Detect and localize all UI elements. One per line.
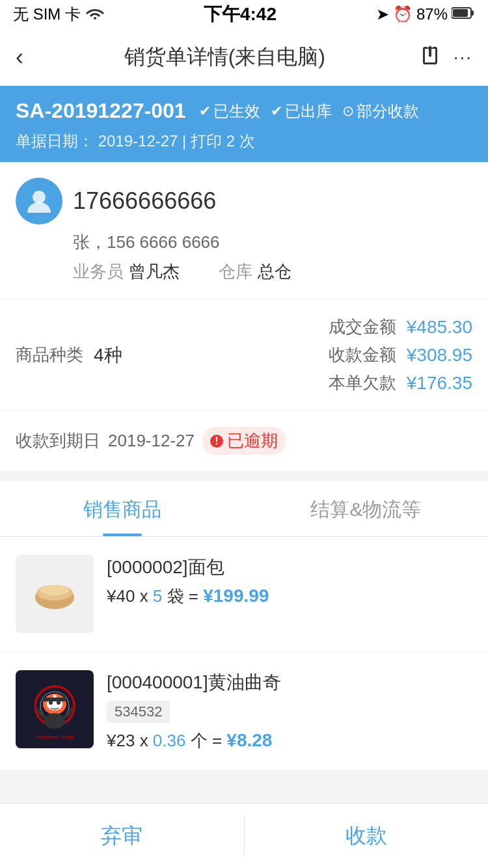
customer-phone: 17666666666 [73,187,216,215]
warehouse-value: 总仓 [258,260,291,283]
salesperson-label: 业务员 [73,260,124,283]
back-button[interactable]: ‹ [16,37,30,77]
due-label: 收款到期日 [16,429,100,452]
customer-section: 17666666666 张，156 6666 6666 业务员 曾凡杰 仓库 总… [0,162,488,299]
banner-date: 单据日期： 2019-12-27 | 打印 2 次 [16,131,472,152]
product-qty-2: 0.36 [153,731,186,750]
svg-text:shadowed whale: shadowed whale [35,734,74,740]
tab-settlement[interactable]: 结算&物流等 [244,481,488,536]
product-name-1: [0000002]面包 [107,555,472,580]
check-icon-1: ✔ [199,103,211,120]
svg-rect-1 [471,10,474,16]
battery-icon [452,5,475,23]
more-icon[interactable]: ··· [454,47,472,68]
tabs: 销售商品 结算&物流等 [0,481,488,537]
product-image-2: shadowed whale [16,670,94,748]
status-left: 无 SIM 卡 [13,4,104,25]
location-icon: ➤ [376,5,389,23]
product-details-1: [0000002]面包 ¥40 x 5 袋 = ¥199.99 [107,555,472,608]
customer-contact: 张，156 6666 6666 [16,231,472,254]
nav-bar: ‹ 销货单详情(来自电脑) ··· [0,29,488,86]
cancel-button[interactable]: 弃审 [0,804,244,868]
bottom-bar: 弃审 收款 [0,803,488,868]
type-count: 4种 [94,343,122,368]
status-bar: 无 SIM 卡 下午4:42 ➤ ⏰ 87% [0,0,488,29]
alarm-icon: ⏰ [393,5,413,23]
svg-point-16 [44,713,65,729]
trans-amount: ¥485.30 [407,317,472,338]
receipt-amount: ¥308.95 [407,345,472,366]
check-icon-2: ✔ [271,103,282,120]
debt-amount: ¥176.35 [407,373,472,394]
svg-point-6 [40,585,69,595]
product-name-2: [000400001]黄油曲奇 [107,670,472,695]
page-title: 销货单详情(来自电脑) [30,43,420,72]
salesperson-value: 曾凡杰 [129,260,180,283]
tab-products[interactable]: 销售商品 [0,481,244,536]
overdue-text: 已逾期 [227,429,278,452]
product-item-2: shadowed whale [000400001]黄油曲奇 534532 ¥2… [0,652,488,771]
header-banner: SA-20191227-001 ✔ 已生效 ✔ 已出库 ⊙ 部分收款 单据日期：… [0,86,488,162]
stats-section: 商品种类 4种 成交金额 ¥485.30 收款金额 ¥308.95 本单欠款 ¥… [0,300,488,410]
wifi-icon [86,5,104,23]
badge-partial: ⊙ 部分收款 [342,101,419,122]
product-list: [0000002]面包 ¥40 x 5 袋 = ¥199.99 [0,537,488,771]
status-time: 下午4:42 [204,2,277,27]
type-label: 商品种类 [16,344,83,366]
clock-icon: ⊙ [342,103,354,120]
share-icon[interactable] [420,44,441,70]
payment-due-section: 收款到期日 2019-12-27 ! 已逾期 [0,411,488,470]
status-badges: ✔ 已生效 ✔ 已出库 ⊙ 部分收款 [199,101,419,122]
carrier-text: 无 SIM 卡 [13,4,81,25]
due-date: 2019-12-27 [108,431,195,451]
confirm-button[interactable]: 收款 [245,804,489,868]
product-image-1 [16,555,94,633]
product-tag-2: 534532 [107,701,170,723]
customer-avatar [16,178,62,224]
debt-label: 本单欠款 [329,372,396,394]
badge-shipped: ✔ 已出库 [271,101,332,122]
nav-actions: ··· [420,44,472,70]
svg-rect-15 [53,695,57,698]
battery-text: 87% [416,5,448,23]
overdue-icon: ! [210,435,223,448]
warehouse-label: 仓库 [219,260,252,283]
product-qty-1: 5 [153,586,162,606]
svg-rect-14 [43,698,66,701]
product-item-1: [0000002]面包 ¥40 x 5 袋 = ¥199.99 [0,537,488,652]
trans-label: 成交金额 [329,316,396,338]
svg-point-3 [33,191,46,204]
order-id: SA-20191227-001 [16,99,186,123]
overdue-badge: ! 已逾期 [202,427,286,455]
product-price-1: ¥40 x 5 袋 = ¥199.99 [107,585,472,608]
product-details-2: [000400001]黄油曲奇 534532 ¥23 x 0.36 个 = ¥8… [107,670,472,752]
status-right: ➤ ⏰ 87% [376,5,475,23]
product-price-2: ¥23 x 0.36 个 = ¥8.28 [107,729,472,752]
product-total-2: ¥8.28 [226,730,272,750]
product-total-1: ¥199.99 [203,586,269,606]
svg-rect-2 [453,9,468,17]
receipt-label: 收款金额 [329,344,396,366]
badge-active: ✔ 已生效 [199,101,260,122]
customer-meta: 业务员 曾凡杰 仓库 总仓 [16,260,472,283]
